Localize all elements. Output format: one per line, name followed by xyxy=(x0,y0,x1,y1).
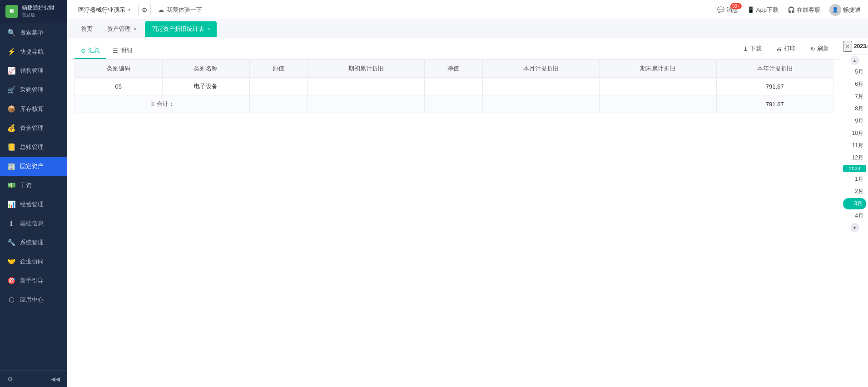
main-content: 医疗器械行业演示 ▾ ⚙ ☁ 我要体验一下 💬 消息 99+ 📱 App下载 🎧… xyxy=(67,0,868,387)
month-item-3[interactable]: 3月 xyxy=(843,198,866,209)
close-icon: ✕ xyxy=(845,43,850,50)
sidebar-item-basic-info[interactable]: ℹ 基础信息 xyxy=(0,214,67,233)
current-year-months: 1月 2月 3月 4月 xyxy=(841,173,868,222)
cell-initial-dep xyxy=(308,78,425,95)
sidebar-item-label: 资金管理 xyxy=(20,124,44,132)
date-panel: ✕ 2023.03 ⤢ ▲ 5月 6月 7月 8月 9月 10月 xyxy=(841,38,868,387)
month-item[interactable]: 7月 xyxy=(841,90,868,103)
tab-asset-management-close[interactable]: × xyxy=(134,26,137,32)
date-panel-title: 2023.03 xyxy=(852,43,868,50)
headset-icon: 🎧 xyxy=(788,6,795,13)
month-item-2[interactable]: 2月 xyxy=(841,185,868,198)
subtab-summary-label: 汇总 xyxy=(88,46,100,55)
sidebar-item-purchase[interactable]: 🛒 采购管理 xyxy=(0,80,67,99)
sidebar-item-label: 采购管理 xyxy=(20,86,44,94)
sidebar-item-guide[interactable]: 🎯 新手引导 xyxy=(0,271,67,290)
dropdown-icon: ▾ xyxy=(128,7,131,13)
settings-button[interactable]: ⚙ xyxy=(138,4,151,16)
col-original: 原值 xyxy=(250,60,308,78)
sidebar-item-label: 经营管理 xyxy=(20,200,44,208)
sidebar-item-finance[interactable]: 💰 资金管理 xyxy=(0,119,67,138)
cell-ending-dep xyxy=(600,78,717,95)
fixed-assets-icon: 🏢 xyxy=(7,162,15,170)
subtab-detail[interactable]: ☰ 明细 xyxy=(106,43,139,59)
year-badge-2023: 2023 xyxy=(843,165,866,172)
username: 畅捷通 xyxy=(843,6,861,14)
cell-original xyxy=(250,78,308,95)
sidebar-item-search[interactable]: 🔍 搜索菜单 xyxy=(0,23,67,42)
tab-asset-management[interactable]: 资产管理 × xyxy=(101,21,143,37)
date-panel-close-button[interactable]: ✕ xyxy=(843,41,852,52)
sidebar-item-inventory[interactable]: 📦 库存核算 xyxy=(0,99,67,119)
date-scroll-up-button[interactable]: ▲ xyxy=(850,56,859,65)
sidebar: 畅 畅捷通好业财 普及版 🔍 搜索菜单 ⚡ 快捷导航 📈 销售管理 🛒 采购管理… xyxy=(0,0,67,387)
tab-bar: 首页 资产管理 × 固定资产折旧统计表 × xyxy=(67,20,868,38)
col-initial-dep: 期初累计折旧 xyxy=(308,60,425,78)
avatar: 👤 xyxy=(829,4,841,16)
sidebar-item-label: 企业协同 xyxy=(20,258,44,266)
app-download-label: App下载 xyxy=(756,6,779,14)
month-item[interactable]: 9月 xyxy=(841,115,868,127)
month-item[interactable]: 12月 xyxy=(841,152,868,164)
table-row[interactable]: 05 电子设备 791.67 xyxy=(75,78,833,95)
guide-icon: 🎯 xyxy=(7,277,15,285)
total-monthly-dep xyxy=(482,95,600,113)
content-area: ⊙ 汇总 ☰ 明细 ⤓ 下载 🖨 打印 xyxy=(67,38,868,387)
ledger-icon: 📒 xyxy=(7,143,15,151)
month-item-4[interactable]: 4月 xyxy=(841,210,868,222)
sidebar-collapse-button[interactable]: ◀◀ xyxy=(51,376,60,382)
date-scroll-down-button[interactable]: ▼ xyxy=(850,223,859,232)
col-code: 类别编码 xyxy=(75,60,163,78)
sidebar-item-quick-nav[interactable]: ⚡ 快捷导航 xyxy=(0,42,67,61)
month-item-1[interactable]: 1月 xyxy=(841,173,868,185)
message-button[interactable]: 💬 消息 99+ xyxy=(717,6,738,14)
inventory-icon: 📦 xyxy=(7,105,15,113)
sidebar-item-fixed-assets[interactable]: 🏢 固定资产 xyxy=(0,157,67,176)
sidebar-item-sales[interactable]: 📈 销售管理 xyxy=(0,61,67,80)
system-icon: 🔧 xyxy=(7,238,15,247)
experience-button[interactable]: ☁ 我要体验一下 xyxy=(158,6,202,14)
subtab-toolbar-row: ⊙ 汇总 ☰ 明细 ⤓ 下载 🖨 打印 xyxy=(67,38,841,60)
date-panel-header: ✕ 2023.03 ⤢ xyxy=(841,38,868,55)
tab-fixed-depreciation[interactable]: 固定资产折旧统计表 × xyxy=(145,21,217,37)
message-icon: 💬 xyxy=(717,6,724,13)
month-item[interactable]: 8月 xyxy=(841,103,868,115)
month-item[interactable]: 6月 xyxy=(841,78,868,90)
refresh-button[interactable]: ↻ 刷新 xyxy=(806,42,833,55)
customer-service-label: 在线客服 xyxy=(797,6,820,14)
finance-icon: 💰 xyxy=(7,124,15,132)
month-item[interactable]: 10月 xyxy=(841,127,868,139)
app-name: 畅捷通好业财 xyxy=(22,5,55,12)
subtab-bar: ⊙ 汇总 ☰ 明细 xyxy=(67,38,146,59)
month-item[interactable]: 5月 xyxy=(841,66,868,78)
sidebar-item-operations[interactable]: 📊 经营管理 xyxy=(0,195,67,214)
tab-fixed-depreciation-close[interactable]: × xyxy=(207,26,210,32)
download-button[interactable]: ⤓ 下载 xyxy=(739,42,766,55)
app-download-button[interactable]: 📱 App下载 xyxy=(747,6,779,14)
user-button[interactable]: 👤 畅捷通 xyxy=(829,4,861,16)
sidebar-item-payroll[interactable]: 💵 工资 xyxy=(0,176,67,195)
page-main: ⊙ 汇总 ☰ 明细 ⤓ 下载 🖨 打印 xyxy=(67,38,841,387)
cell-code: 05 xyxy=(75,78,163,95)
logo-text-block: 畅捷通好业财 普及版 xyxy=(22,5,55,18)
sidebar-header: 畅 畅捷通好业财 普及版 xyxy=(0,0,67,23)
sidebar-item-app-center[interactable]: ⬡ 应用中心 xyxy=(0,290,67,309)
subtab-summary[interactable]: ⊙ 汇总 xyxy=(74,43,106,59)
company-selector[interactable]: 医疗器械行业演示 ▾ xyxy=(74,4,134,16)
table-header-row: 类别编码 类别名称 原值 期初累计折旧 净值 本月计提折旧 期末累计折旧 本年计… xyxy=(75,60,833,78)
month-item[interactable]: 11月 xyxy=(841,139,868,152)
customer-service-button[interactable]: 🎧 在线客服 xyxy=(788,6,820,14)
sidebar-item-system[interactable]: 🔧 系统管理 xyxy=(0,233,67,252)
print-icon: 🖨 xyxy=(776,45,782,52)
settings-footer-button[interactable]: ⚙ xyxy=(7,375,13,382)
topbar: 医疗器械行业演示 ▾ ⚙ ☁ 我要体验一下 💬 消息 99+ 📱 App下载 🎧… xyxy=(67,0,868,20)
depreciation-table: 类别编码 类别名称 原值 期初累计折旧 净值 本月计提折旧 期末累计折旧 本年计… xyxy=(74,60,833,113)
basic-info-icon: ℹ xyxy=(7,219,15,228)
tab-home[interactable]: 首页 xyxy=(74,21,99,37)
purchase-icon: 🛒 xyxy=(7,86,15,94)
sidebar-item-label: 应用中心 xyxy=(20,296,44,304)
sidebar-item-enterprise[interactable]: 🤝 企业协同 xyxy=(0,252,67,271)
sidebar-item-ledger[interactable]: 📒 总账管理 xyxy=(0,138,67,157)
cell-annual-dep: 791.67 xyxy=(716,78,833,95)
print-button[interactable]: 🖨 打印 xyxy=(772,42,800,55)
